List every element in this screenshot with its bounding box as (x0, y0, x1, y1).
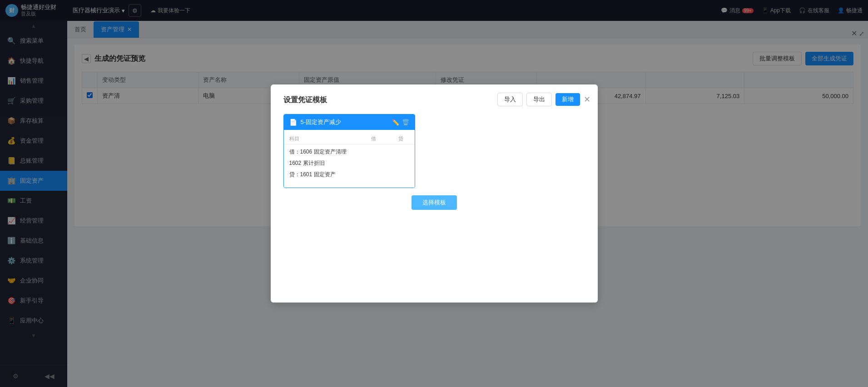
template-table-header: 科目 借 贷 (284, 134, 415, 144)
card-actions: ✏️ 🗑️ (392, 119, 409, 126)
modal-header-btns: 导入 导出 新增 ✕ (497, 93, 590, 106)
import-btn[interactable]: 导入 (497, 93, 523, 106)
card-delete-icon[interactable]: 🗑️ (402, 119, 409, 126)
card-title: 5-固定资产减少 (301, 118, 388, 126)
template-table-row: 贷：1601 固定资产 (284, 169, 415, 180)
template-card-body: 科目 借 贷 借：1606 固定资产清理 1602 累计折旧 贷：1601 固定… (284, 130, 415, 188)
modal-overlay: 设置凭证模板 导入 导出 新增 ✕ 📄 5-固定资产减少 ✏️ 🗑️ (0, 0, 868, 387)
template-card-header: 📄 5-固定资产减少 ✏️ 🗑️ (284, 114, 415, 130)
template-table-row: 借：1606 固定资产清理 (284, 146, 415, 158)
template-table-row: 1602 累计折旧 (284, 158, 415, 169)
modal-dialog: 设置凭证模板 导入 导出 新增 ✕ 📄 5-固定资产减少 ✏️ 🗑️ (271, 84, 598, 303)
export-btn[interactable]: 导出 (526, 93, 552, 106)
card-doc-icon: 📄 (289, 119, 297, 126)
template-table-row (284, 180, 415, 184)
template-card: 📄 5-固定资产减少 ✏️ 🗑️ 科目 借 贷 借：1606 固定资产清理 (283, 114, 415, 188)
select-template-btn[interactable]: 选择模板 (412, 195, 457, 210)
card-edit-icon[interactable]: ✏️ (392, 119, 399, 126)
modal-close-btn[interactable]: ✕ (584, 95, 590, 104)
new-btn[interactable]: 新增 (556, 93, 580, 106)
